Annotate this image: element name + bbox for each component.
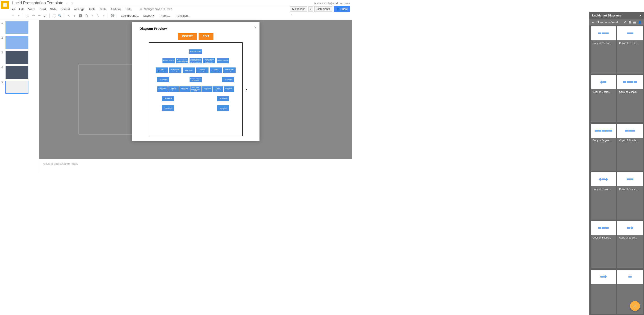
star-icon[interactable]: ☆: [66, 1, 68, 5]
menu-view[interactable]: View: [28, 8, 34, 11]
edit-button[interactable]: EDIT: [198, 33, 214, 40]
menu-file[interactable]: File: [10, 8, 15, 11]
svg-rect-2: [4, 5, 5, 7]
svg-rect-1: [5, 4, 7, 5]
transition-button[interactable]: Transition...: [173, 13, 192, 18]
shape-icon[interactable]: ◯: [84, 13, 89, 18]
menu-tools[interactable]: Tools: [88, 8, 95, 11]
menu-slide[interactable]: Slide: [50, 8, 57, 11]
menu-addons[interactable]: Add-ons: [110, 8, 122, 11]
collapse-toolbar-icon[interactable]: ⌃: [289, 13, 294, 18]
menu-format[interactable]: Format: [61, 8, 70, 11]
zoom-icon[interactable]: 🔍: [57, 13, 62, 18]
close-icon[interactable]: ×: [254, 25, 257, 30]
diagram-preview-image: Managing director Director: region A Sen…: [149, 42, 242, 136]
save-status: All changes saved in Drive: [140, 8, 172, 10]
modal-overlay: × Diagram Preview INSERT EDIT Managing d…: [39, 20, 352, 144]
select-icon[interactable]: ↖: [66, 13, 71, 18]
move-folder-icon[interactable]: ⎘: [71, 1, 73, 5]
new-slide-dropdown-icon[interactable]: ▾: [16, 13, 21, 18]
menu-arrange[interactable]: Arrange: [74, 8, 84, 11]
app-logo[interactable]: [1, 1, 9, 9]
slide-thumb-5[interactable]: 5: [1, 81, 38, 94]
doc-title[interactable]: Lucid Presentation Template: [12, 1, 64, 6]
present-dropdown[interactable]: ▾: [308, 6, 313, 12]
paint-format-icon[interactable]: 🖌: [43, 13, 48, 18]
modal-title: Diagram Preview: [132, 22, 260, 33]
menu-edit[interactable]: Edit: [19, 8, 24, 11]
menu-table[interactable]: Table: [100, 8, 106, 11]
new-slide-icon[interactable]: +: [10, 13, 15, 18]
zoom-fit-icon[interactable]: ⛶: [52, 13, 56, 18]
slide-thumb-3[interactable]: 3: [1, 51, 38, 64]
present-button[interactable]: ▶ Present: [290, 6, 307, 12]
account-dropdown-icon[interactable]: ▾: [349, 2, 350, 4]
shape-dropdown-icon[interactable]: ▾: [90, 13, 94, 18]
user-email[interactable]: laurenmcneely@lucidchart.com: [314, 2, 349, 4]
slide-panel: 1 2 3 4 5: [0, 20, 39, 173]
speaker-notes[interactable]: Click to add speaker notes: [39, 159, 352, 173]
menu-insert[interactable]: Insert: [38, 8, 46, 11]
slide-thumb-1[interactable]: 1: [1, 21, 38, 34]
comment-icon[interactable]: 💬: [110, 13, 115, 18]
background-button[interactable]: Background...: [119, 13, 140, 18]
layout-button[interactable]: Layout ▾: [142, 13, 156, 18]
image-icon[interactable]: 🖼: [78, 13, 83, 18]
diagram-preview-modal: × Diagram Preview INSERT EDIT Managing d…: [132, 22, 260, 141]
print-icon[interactable]: 🖨: [25, 13, 30, 18]
svg-rect-0: [4, 4, 5, 5]
theme-button[interactable]: Theme...: [157, 13, 172, 18]
insert-button[interactable]: INSERT: [178, 33, 197, 40]
line-dropdown-icon[interactable]: ▾: [101, 13, 106, 18]
next-arrow-icon[interactable]: ›: [246, 87, 247, 92]
menubar: File Edit View Insert Slide Format Arran…: [0, 6, 352, 12]
slide-thumb-2[interactable]: 2: [1, 36, 38, 49]
canvas-area: × Diagram Preview INSERT EDIT Managing d…: [39, 20, 352, 173]
menu-help[interactable]: Help: [126, 8, 132, 11]
line-icon[interactable]: ╲: [96, 13, 100, 18]
comments-button[interactable]: Comments: [314, 6, 332, 12]
svg-rect-3: [5, 5, 7, 7]
undo-icon[interactable]: ↶: [31, 13, 36, 18]
toolbar: + ▾ 🖨 ↶ ↷ 🖌 ⛶ 🔍 ↖ T 🖼 ◯ ▾ ╲ ▾ 💬 Backgrou…: [0, 12, 352, 20]
slide-thumb-4[interactable]: 4: [1, 66, 38, 79]
redo-icon[interactable]: ↷: [37, 13, 42, 18]
slide-canvas[interactable]: × Diagram Preview INSERT EDIT Managing d…: [39, 20, 352, 159]
textbox-icon[interactable]: T: [72, 13, 77, 18]
share-button[interactable]: 👤 Share: [334, 6, 350, 12]
